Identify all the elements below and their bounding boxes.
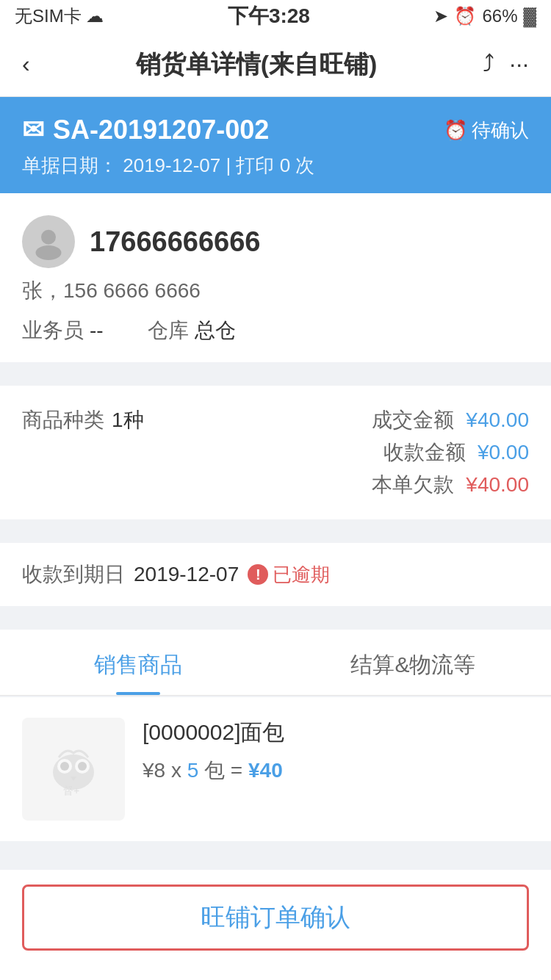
unit-price: ¥8 <box>143 759 165 782</box>
confirm-bar: 旺铺订单确认 <box>0 870 551 980</box>
order-icon: ✉ <box>22 115 44 145</box>
overdue-text: 已逾期 <box>273 562 330 588</box>
owed-amount-row: 本单欠款 ¥40.00 <box>372 471 529 499</box>
equals: = <box>231 759 248 782</box>
overdue-badge: ! 已逾期 <box>248 562 330 588</box>
product-type-value: 1种 <box>112 406 144 434</box>
order-banner: ✉ SA-20191207-002 ⏰ 待确认 单据日期： 2019-12-07… <box>0 97 551 193</box>
customer-card: 17666666666 张，156 6666 6666 业务员 -- 仓库 总仓 <box>0 193 551 362</box>
price-separator: x <box>171 759 187 782</box>
tab-products[interactable]: 销售商品 <box>0 630 276 695</box>
tabs-bar: 销售商品 结算&物流等 <box>0 630 551 696</box>
status-text: 待确认 <box>472 118 529 143</box>
date-label: 单据日期： <box>22 154 118 176</box>
salesperson-item: 业务员 -- <box>22 317 104 345</box>
product-type-section: 商品种类 1种 <box>22 406 144 434</box>
product-type-label: 商品种类 <box>22 406 104 434</box>
status-bar: 无SIM卡 ☁ 下午3:28 ➤ ⏰ 66% ▓ <box>0 0 551 32</box>
status-clock-icon: ⏰ <box>444 119 467 142</box>
customer-phone: 17666666666 <box>90 226 260 258</box>
product-image: 督+ <box>22 718 125 821</box>
order-status: ⏰ 待确认 <box>444 118 529 143</box>
owed-amount-label: 本单欠款 <box>372 471 454 499</box>
back-button[interactable]: ‹ <box>22 51 30 78</box>
unit: 包 <box>204 759 225 782</box>
deal-amount-row: 成交金额 ¥40.00 <box>372 406 529 434</box>
order-id: ✉ SA-20191207-002 <box>22 115 269 145</box>
total-price: ¥40 <box>248 759 283 782</box>
salesperson-label: 业务员 <box>22 317 84 345</box>
due-date-card: 收款到期日 2019-12-07 ! 已逾期 <box>0 543 551 606</box>
due-date-value: 2019-12-07 <box>134 563 239 586</box>
avatar <box>22 215 75 268</box>
product-section: 督+ [0000002]面包 ¥8 x 5 包 = ¥40 <box>0 697 551 841</box>
svg-point-1 <box>36 245 62 260</box>
confirm-button[interactable]: 旺铺订单确认 <box>22 884 529 951</box>
page-title: 销货单详情(来自旺铺) <box>136 48 378 82</box>
warehouse-value: 总仓 <box>195 317 236 345</box>
status-left: 无SIM卡 ☁ <box>15 4 104 28</box>
amounts-section: 成交金额 ¥40.00 收款金额 ¥0.00 本单欠款 ¥40.00 <box>372 406 529 499</box>
customer-name: 张，156 6666 6666 <box>22 277 529 305</box>
status-time: 下午3:28 <box>228 2 310 30</box>
owed-amount-value: ¥40.00 <box>466 473 529 497</box>
svg-point-6 <box>78 762 87 771</box>
due-date-label: 收款到期日 <box>22 561 125 588</box>
customer-top: 17666666666 <box>22 215 529 268</box>
received-amount-value: ¥0.00 <box>478 441 529 464</box>
share-button[interactable]: ⤴ <box>483 51 494 78</box>
alarm-icon: ⏰ <box>454 6 476 26</box>
battery-text: 66% <box>482 6 517 26</box>
summary-row: 商品种类 1种 成交金额 ¥40.00 收款金额 ¥0.00 本单欠款 ¥40.… <box>22 406 529 499</box>
warehouse-label: 仓库 <box>148 317 189 345</box>
print-text: | 打印 0 次 <box>226 154 314 176</box>
divider-3 <box>0 618 551 630</box>
tab-settlement[interactable]: 结算&物流等 <box>276 630 551 695</box>
nav-actions: ⤴ ··· <box>483 51 529 78</box>
more-button[interactable]: ··· <box>509 51 529 78</box>
summary-card: 商品种类 1种 成交金额 ¥40.00 收款金额 ¥0.00 本单欠款 ¥40.… <box>0 386 551 519</box>
product-type-row: 商品种类 1种 <box>22 406 144 434</box>
product-price: ¥8 x 5 包 = ¥40 <box>143 757 529 785</box>
overdue-icon: ! <box>248 564 268 585</box>
customer-meta: 业务员 -- 仓库 总仓 <box>22 317 529 345</box>
order-id-row: ✉ SA-20191207-002 ⏰ 待确认 <box>22 115 529 145</box>
received-amount-label: 收款金额 <box>383 439 466 466</box>
product-item: 督+ [0000002]面包 ¥8 x 5 包 = ¥40 <box>0 697 551 841</box>
location-icon: ➤ <box>433 6 448 26</box>
warehouse-item: 仓库 总仓 <box>148 317 236 345</box>
status-right: ➤ ⏰ 66% ▓ <box>433 6 536 26</box>
sim-text: 无SIM卡 ☁ <box>15 4 104 28</box>
date-value: 2019-12-07 <box>123 154 220 176</box>
svg-point-0 <box>41 230 56 245</box>
svg-text:督+: 督+ <box>63 785 79 796</box>
received-amount-row: 收款金额 ¥0.00 <box>383 439 529 466</box>
battery-icon: ▓ <box>524 6 537 26</box>
divider-2 <box>0 531 551 543</box>
product-name: [0000002]面包 <box>143 718 529 748</box>
deal-amount-value: ¥40.00 <box>466 408 529 432</box>
divider-1 <box>0 374 551 386</box>
order-id-text: SA-20191207-002 <box>53 115 269 145</box>
order-date: 单据日期： 2019-12-07 | 打印 0 次 <box>22 153 529 179</box>
deal-amount-label: 成交金额 <box>372 406 454 434</box>
quantity: 5 <box>187 759 199 782</box>
nav-bar: ‹ 销货单详情(来自旺铺) ⤴ ··· <box>0 32 551 97</box>
salesperson-value: -- <box>90 319 104 342</box>
product-info: [0000002]面包 ¥8 x 5 包 = ¥40 <box>143 718 529 785</box>
svg-point-5 <box>60 762 69 771</box>
